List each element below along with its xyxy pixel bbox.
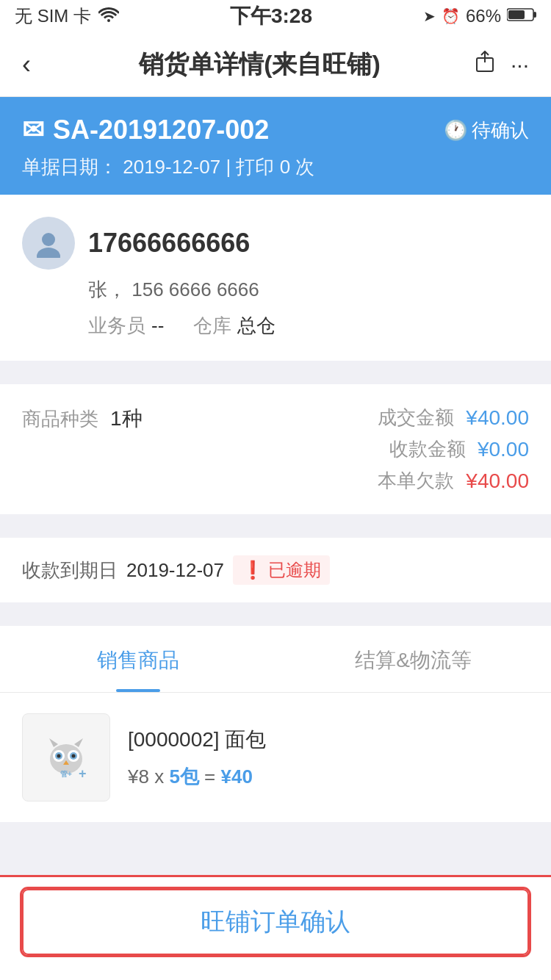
svg-point-14 xyxy=(57,754,61,758)
owed-amount-row: 本单欠款 ¥40.00 xyxy=(378,468,529,494)
customer-contact: 张， 156 6666 6666 xyxy=(88,277,529,303)
tab-settlement[interactable]: 结算&物流等 xyxy=(276,626,551,692)
received-label: 收款金额 xyxy=(389,436,466,462)
confirm-btn-container: 旺铺订单确认 xyxy=(0,875,551,980)
wifi-icon xyxy=(98,6,119,26)
owed-label: 本单欠款 xyxy=(378,468,454,494)
customer-row: 17666666666 xyxy=(22,217,529,270)
svg-marker-8 xyxy=(49,738,58,747)
due-date-value: 2019-12-07 xyxy=(126,559,224,582)
product-price: ¥8 xyxy=(128,765,149,788)
category-value: 1种 xyxy=(110,405,143,433)
warehouse-value: 总仓 xyxy=(237,313,276,339)
deal-amount-value: ¥40.00 xyxy=(466,406,529,430)
product-info: [0000002] 面包 ¥8 x 5包 = ¥40 xyxy=(128,726,529,790)
order-icon: ✉ xyxy=(22,115,44,145)
order-banner: ✉ SA-20191207-002 🕐 待确认 单据日期： 2019-12-07… xyxy=(0,97,551,195)
deal-amount-label: 成交金额 xyxy=(378,405,454,430)
location-icon: ➤ xyxy=(423,7,436,25)
tab-sales-products[interactable]: 销售商品 xyxy=(0,626,276,692)
salesperson-item: 业务员 -- xyxy=(88,313,164,339)
summary-card: 商品种类 1种 成交金额 ¥40.00 收款金额 ¥0.00 本单欠款 ¥40.… xyxy=(0,384,551,514)
svg-text:+: + xyxy=(79,766,87,779)
svg-marker-9 xyxy=(74,738,83,747)
order-id: ✉ SA-20191207-002 xyxy=(22,115,269,145)
due-card: 收款到期日 2019-12-07 ❗ 已逾期 xyxy=(0,538,551,602)
overdue-icon: ❗ xyxy=(242,560,264,580)
salesperson-label: 业务员 xyxy=(88,313,145,339)
product-logo: + 管+ xyxy=(40,735,92,779)
svg-point-5 xyxy=(42,233,55,246)
product-price-row: ¥8 x 5包 = ¥40 xyxy=(128,764,529,790)
more-button[interactable]: ··· xyxy=(511,52,529,77)
status-bar: 无 SIM 卡 下午3:28 ➤ ⏰ 66% xyxy=(0,0,551,32)
overdue-badge: ❗ 已逾期 xyxy=(233,555,330,585)
product-list: + 管+ [0000002] 面包 ¥8 x 5包 = ¥40 xyxy=(0,693,551,822)
status-left: 无 SIM 卡 xyxy=(15,4,119,28)
confirm-button[interactable]: 旺铺订单确认 xyxy=(22,889,529,955)
multiply-sign: x xyxy=(154,765,169,788)
svg-rect-1 xyxy=(533,12,536,18)
back-button[interactable]: ‹ xyxy=(22,49,46,80)
divider-3 xyxy=(0,614,551,626)
product-name: [0000002] 面包 xyxy=(128,726,529,754)
battery-level: 66% xyxy=(466,6,501,26)
table-row: + 管+ [0000002] 面包 ¥8 x 5包 = ¥40 xyxy=(0,693,551,822)
sim-text: 无 SIM 卡 xyxy=(15,4,91,28)
status-right: ➤ ⏰ 66% xyxy=(423,6,536,26)
svg-rect-2 xyxy=(508,10,525,19)
divider-2 xyxy=(0,526,551,538)
product-thumbnail: + 管+ xyxy=(22,713,110,801)
overdue-text: 已逾期 xyxy=(268,558,321,582)
tabs-container: 销售商品 结算&物流等 xyxy=(0,626,551,693)
warehouse-item: 仓库 总仓 xyxy=(193,313,276,339)
customer-meta: 业务员 -- 仓库 总仓 xyxy=(88,313,529,339)
nav-actions: ··· xyxy=(474,51,529,78)
clock-icon: 🕐 xyxy=(444,119,467,142)
svg-point-6 xyxy=(37,248,60,258)
summary-left: 商品种类 1种 xyxy=(22,405,378,433)
salesperson-value: -- xyxy=(151,314,164,337)
battery-icon xyxy=(507,6,536,26)
share-button[interactable] xyxy=(474,51,496,78)
order-status: 🕐 待确认 xyxy=(444,118,529,143)
page-title: 销货单详情(来自旺铺) xyxy=(46,48,474,82)
divider-1 xyxy=(0,372,551,384)
alarm-icon: ⏰ xyxy=(442,7,460,25)
owed-value: ¥40.00 xyxy=(466,469,529,493)
order-date: 单据日期： 2019-12-07 | 打印 0 次 xyxy=(22,154,529,180)
svg-point-15 xyxy=(72,754,76,758)
due-date-label: 收款到期日 xyxy=(22,558,118,583)
svg-text:管+: 管+ xyxy=(60,770,72,778)
product-total: ¥40 xyxy=(221,765,253,788)
equals-sign: = xyxy=(204,765,220,788)
product-qty: 5包 xyxy=(169,765,198,788)
warehouse-label: 仓库 xyxy=(193,313,231,339)
category-label: 商品种类 xyxy=(22,406,98,432)
order-banner-top: ✉ SA-20191207-002 🕐 待确认 xyxy=(22,115,529,145)
status-time: 下午3:28 xyxy=(230,2,312,30)
customer-card: 17666666666 张， 156 6666 6666 业务员 -- 仓库 总… xyxy=(0,195,551,361)
nav-bar: ‹ 销货单详情(来自旺铺) ··· xyxy=(0,32,551,97)
received-amount-row: 收款金额 ¥0.00 xyxy=(389,436,529,462)
avatar xyxy=(22,217,75,270)
received-value: ¥0.00 xyxy=(478,438,529,461)
customer-phone: 17666666666 xyxy=(88,228,250,259)
summary-right: 成交金额 ¥40.00 收款金额 ¥0.00 本单欠款 ¥40.00 xyxy=(378,405,529,494)
deal-amount-row: 成交金额 ¥40.00 xyxy=(378,405,529,430)
